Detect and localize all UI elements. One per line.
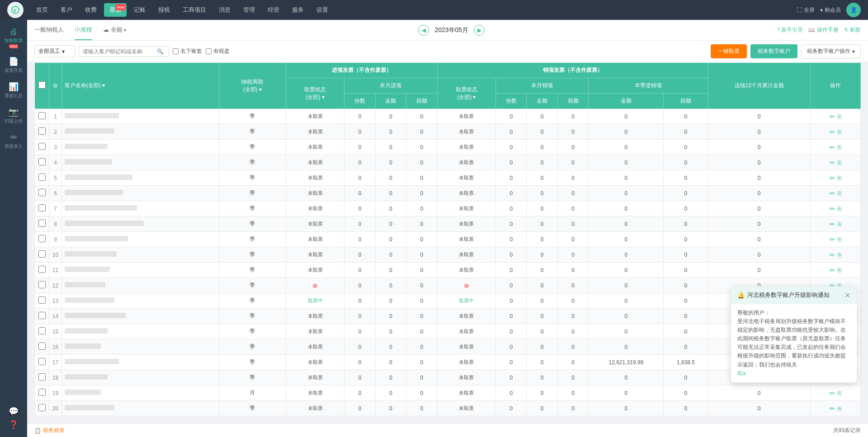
row-checkbox[interactable] xyxy=(38,220,46,227)
td-in-tax: 0 xyxy=(406,370,437,385)
out-status-text: 未取票 xyxy=(459,175,474,180)
copy-icon[interactable]: ⎘ xyxy=(838,405,841,412)
client-filter-icon[interactable]: ▾ xyxy=(102,82,105,89)
copy-icon[interactable]: ⎘ xyxy=(838,236,841,243)
copy-icon[interactable]: ⎘ xyxy=(838,390,841,397)
copy-icon[interactable]: ⎘ xyxy=(838,221,841,228)
popup-close-btn[interactable]: ✕ xyxy=(844,291,850,300)
edit-icon[interactable]: ✏ xyxy=(830,190,835,197)
copy-icon[interactable]: ⎘ xyxy=(838,159,841,166)
refresh-link[interactable]: ↻ 刷新 xyxy=(844,26,861,34)
copy-icon[interactable]: ⎘ xyxy=(838,128,841,136)
copy-icon[interactable]: ⎘ xyxy=(838,267,841,274)
nav-settings[interactable]: 设置 xyxy=(311,3,334,17)
nav-business[interactable]: 工商项目 xyxy=(177,3,212,17)
edit-icon[interactable]: ✏ xyxy=(830,221,835,228)
row-checkbox[interactable] xyxy=(38,358,46,365)
td-out-tax: 0 xyxy=(557,293,588,309)
nav-customer[interactable]: 客户 xyxy=(55,3,78,17)
guide-link[interactable]: ? 新手引导 xyxy=(777,26,803,34)
row-checkbox[interactable] xyxy=(38,373,46,381)
row-checkbox[interactable] xyxy=(38,296,46,304)
edit-icon[interactable]: ✏ xyxy=(830,251,835,258)
row-checkbox[interactable] xyxy=(38,143,46,150)
action-icons: ✏ ⎘ xyxy=(813,159,858,166)
employee-select[interactable]: 全部员工 ▾ xyxy=(34,45,75,57)
tab-general[interactable]: 一般纳税人 xyxy=(34,20,64,40)
nav-manage[interactable]: 管理 xyxy=(238,3,260,17)
checkbox-account-input[interactable] xyxy=(173,48,179,54)
search-icon[interactable]: 🔍 xyxy=(157,48,164,55)
row-checkbox[interactable] xyxy=(38,327,46,334)
in-status-filter[interactable]: ▾ xyxy=(322,94,325,100)
tax-ops-btn[interactable]: 税务数字账户操作 ▾ xyxy=(801,44,861,58)
row-checkbox[interactable] xyxy=(38,266,46,273)
edit-icon[interactable]: ✏ xyxy=(830,174,835,182)
row-checkbox[interactable] xyxy=(38,158,46,165)
month-prev-btn[interactable]: ◀ xyxy=(418,25,429,36)
settings-icon[interactable]: ⚙ xyxy=(53,83,58,89)
edit-icon[interactable]: ✏ xyxy=(830,128,835,136)
row-checkbox[interactable] xyxy=(38,189,46,196)
one-click-btn[interactable]: 一键取票 xyxy=(711,44,747,58)
nav-billing[interactable]: 收费 xyxy=(80,3,102,17)
tab-small-scale[interactable]: 小规模 xyxy=(75,20,92,40)
edit-icon[interactable]: ✏ xyxy=(830,159,835,166)
copy-icon[interactable]: ⎘ xyxy=(838,144,841,151)
checkbox-account[interactable]: 名下账套 xyxy=(173,47,202,55)
edit-icon[interactable]: ✏ xyxy=(830,113,835,120)
row-checkbox[interactable] xyxy=(38,312,46,319)
checkbox-taxpad[interactable]: 有税盘 xyxy=(206,47,230,55)
nav-service[interactable]: 服务 xyxy=(287,3,309,17)
edit-icon[interactable]: ✏ xyxy=(830,236,835,243)
sidebar-item-entry[interactable]: ✏ 票据录入 xyxy=(1,129,26,153)
tax-digital-btn[interactable]: 税务数字账户 xyxy=(750,44,797,58)
period-filter-icon[interactable]: ▾ xyxy=(259,86,262,93)
sidebar-item-scan[interactable]: 📷 扫描上传 xyxy=(1,103,26,128)
copy-icon[interactable]: ⎘ xyxy=(838,174,841,182)
copy-icon[interactable]: ⎘ xyxy=(838,113,841,120)
edit-icon[interactable]: ✏ xyxy=(830,144,835,151)
edit-icon[interactable]: ✏ xyxy=(830,405,835,412)
row-checkbox[interactable] xyxy=(38,343,46,350)
row-checkbox[interactable] xyxy=(38,389,46,396)
help-icon[interactable]: ❓ xyxy=(9,420,19,430)
nav-bookkeeping[interactable]: 记账 xyxy=(128,3,151,17)
popup-link[interactable]: tEa xyxy=(737,370,745,376)
sidebar-item-open-invoice[interactable]: 📄 发票开具 xyxy=(1,53,26,77)
edit-icon[interactable]: ✏ xyxy=(830,390,835,397)
search-input[interactable] xyxy=(83,48,155,55)
tab-all[interactable]: ☁ 全能 ▾ xyxy=(103,20,126,40)
copy-icon[interactable]: ⎘ xyxy=(838,205,841,212)
member-btn[interactable]: ♦ 购会员 xyxy=(820,6,841,14)
chat-icon[interactable]: 💬 xyxy=(9,406,19,416)
month-next-btn[interactable]: ▶ xyxy=(474,25,485,36)
row-checkbox[interactable] xyxy=(38,127,46,135)
nav-home[interactable]: 首页 xyxy=(31,3,53,17)
select-all-checkbox[interactable] xyxy=(38,81,46,89)
edit-icon[interactable]: ✏ xyxy=(830,205,835,212)
row-checkbox[interactable] xyxy=(38,281,46,288)
nav-message[interactable]: 消息 xyxy=(213,3,236,17)
copy-icon[interactable]: ⎘ xyxy=(838,190,841,197)
summary-icon: 📊 xyxy=(9,82,19,92)
sidebar-item-smart-invoice[interactable]: 🖨 智能取票 new xyxy=(1,23,26,52)
nav-operation[interactable]: 经营 xyxy=(262,3,285,17)
row-checkbox[interactable] xyxy=(38,204,46,211)
tax-policy-link[interactable]: 📋 税务政策 xyxy=(34,427,65,434)
edit-icon[interactable]: ✏ xyxy=(830,267,835,274)
row-checkbox[interactable] xyxy=(38,404,46,411)
user-avatar[interactable]: 👤 xyxy=(846,3,861,17)
row-checkbox[interactable] xyxy=(38,174,46,181)
row-checkbox[interactable] xyxy=(38,250,46,258)
nav-invoice[interactable]: 票据 new xyxy=(104,3,127,17)
nav-tax[interactable]: 报税 xyxy=(153,3,175,17)
fullscreen-btn[interactable]: ⛶ 全屏 xyxy=(797,6,815,14)
row-checkbox[interactable] xyxy=(38,235,46,242)
row-checkbox[interactable] xyxy=(38,112,46,119)
manual-link[interactable]: 📖 操作手册 xyxy=(808,26,838,34)
sidebar-item-summary[interactable]: 📊 票据汇总 xyxy=(1,78,26,103)
checkbox-taxpad-input[interactable] xyxy=(206,48,212,54)
copy-icon[interactable]: ⎘ xyxy=(838,251,841,258)
out-status-filter[interactable]: ▾ xyxy=(473,94,476,100)
